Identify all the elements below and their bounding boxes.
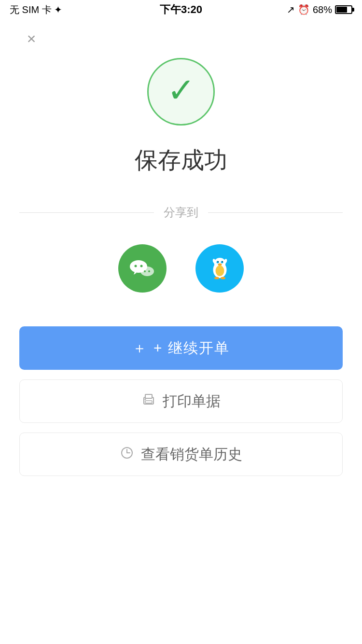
success-circle: ✓ bbox=[147, 58, 215, 126]
svg-point-16 bbox=[221, 277, 225, 279]
battery-icon bbox=[335, 5, 352, 14]
svg-point-3 bbox=[140, 265, 143, 267]
close-button[interactable]: × bbox=[19, 27, 43, 51]
share-label: 分享到 bbox=[154, 205, 208, 220]
wechat-icon bbox=[128, 254, 157, 283]
svg-point-4 bbox=[144, 270, 146, 272]
main-content: ✓ 保存成功 分享到 bbox=[0, 19, 362, 644]
svg-point-2 bbox=[135, 265, 137, 267]
share-divider: 分享到 bbox=[0, 205, 362, 220]
svg-point-22 bbox=[145, 398, 146, 400]
svg-point-15 bbox=[214, 277, 219, 279]
actions: ＋ + 继续开单 打印单据 查看销货单 bbox=[0, 326, 362, 476]
battery-percent: 68% bbox=[313, 4, 332, 15]
print-label: 打印单据 bbox=[163, 392, 221, 411]
status-left: 无 SIM 卡 ✦ bbox=[10, 3, 62, 16]
history-icon bbox=[120, 446, 134, 463]
continue-button[interactable]: ＋ + 继续开单 bbox=[19, 326, 343, 370]
checkmark-icon: ✓ bbox=[167, 73, 195, 107]
status-time: 下午3:20 bbox=[160, 2, 202, 17]
share-row bbox=[118, 244, 244, 293]
plus-icon: ＋ bbox=[132, 338, 147, 358]
svg-point-1 bbox=[140, 266, 154, 276]
divider-line-left bbox=[19, 212, 154, 213]
svg-rect-20 bbox=[145, 394, 152, 398]
svg-point-9 bbox=[216, 261, 219, 263]
divider-line-right bbox=[208, 212, 343, 213]
qq-share-button[interactable] bbox=[195, 244, 244, 293]
location-icon: ↗ bbox=[287, 4, 295, 15]
svg-point-11 bbox=[217, 261, 218, 262]
close-icon: × bbox=[27, 31, 36, 46]
svg-point-12 bbox=[222, 261, 223, 262]
svg-point-14 bbox=[215, 266, 224, 276]
svg-rect-21 bbox=[145, 401, 152, 403]
svg-point-13 bbox=[218, 263, 222, 266]
svg-point-10 bbox=[221, 261, 223, 263]
success-title: 保存成功 bbox=[135, 145, 227, 176]
print-button[interactable]: 打印单据 bbox=[19, 379, 343, 423]
continue-label: + 继续开单 bbox=[153, 338, 230, 358]
status-bar: 无 SIM 卡 ✦ 下午3:20 ↗ ⏰ 68% bbox=[0, 0, 362, 19]
svg-point-5 bbox=[148, 270, 150, 272]
history-button[interactable]: 查看销货单历史 bbox=[19, 433, 343, 476]
history-label: 查看销货单历史 bbox=[141, 445, 242, 464]
print-icon bbox=[141, 392, 156, 410]
status-right: ↗ ⏰ 68% bbox=[287, 4, 352, 15]
no-sim-text: 无 SIM 卡 ✦ bbox=[10, 3, 62, 16]
qq-icon bbox=[207, 255, 233, 282]
wechat-share-button[interactable] bbox=[118, 244, 167, 293]
alarm-icon: ⏰ bbox=[298, 4, 310, 15]
